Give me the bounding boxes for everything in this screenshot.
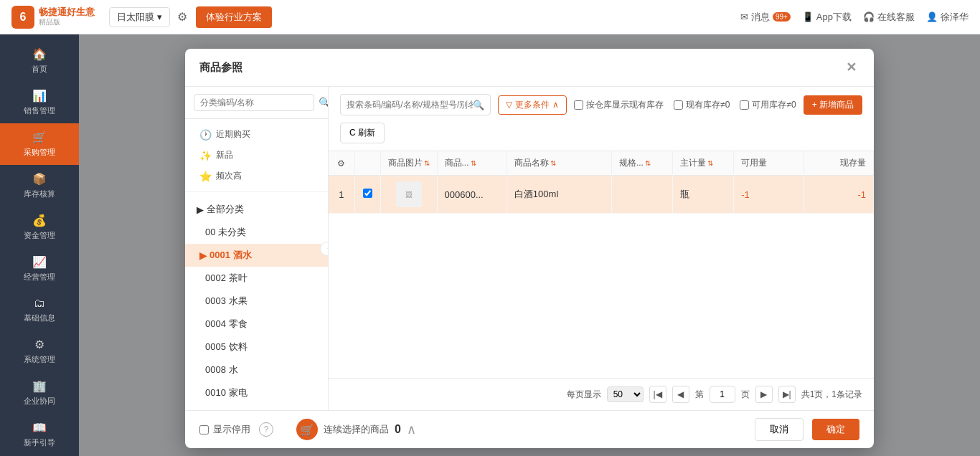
- sidebar-item-operations[interactable]: 📈 经营管理: [0, 248, 79, 290]
- category-label: 0008 水: [205, 364, 238, 376]
- cancel-button[interactable]: 取消: [755, 418, 804, 441]
- refresh-button[interactable]: C 刷新: [340, 123, 385, 143]
- gear-icon[interactable]: ⚙: [177, 10, 187, 24]
- product-table-wrapper: ⚙ 商品图片⇅ 商品...⇅: [329, 151, 874, 378]
- sidebar-item-basic[interactable]: 🗂 基础信息: [0, 290, 79, 331]
- filter-button[interactable]: ▽ 更多条件 ∧: [498, 95, 567, 115]
- cart-icon[interactable]: 🛒: [296, 419, 318, 440]
- sidebar-item-home[interactable]: 🏠 首页: [0, 40, 79, 82]
- quick-tabs: 🕐 近期购买 ✨ 新品 ⭐ 频次高: [185, 119, 328, 192]
- row-checkbox-cell[interactable]: [354, 176, 380, 214]
- row-code: 000600...: [437, 176, 507, 214]
- checkbox-by-warehouse-input[interactable]: [574, 100, 583, 110]
- category-00[interactable]: 00 未分类: [185, 221, 328, 244]
- modal-header: 商品参照 ✕: [185, 49, 874, 87]
- col-image[interactable]: 商品图片⇅: [380, 151, 437, 176]
- toolbar: 🔍 ▽ 更多条件 ∧ 按仓库显示现有库存: [329, 87, 874, 151]
- trial-btn[interactable]: 体验行业方案: [196, 6, 272, 28]
- sidebar-item-inventory[interactable]: 📦 库存核算: [0, 165, 79, 206]
- app-download-label: App下载: [816, 11, 852, 24]
- add-product-button[interactable]: + 新增商品: [804, 95, 862, 115]
- sidebar-item-label: 库存核算: [24, 189, 55, 199]
- category-0001[interactable]: ▶ 0001 酒水: [185, 244, 328, 267]
- pagination: 每页显示 50 10 20 100 |◀ ◀ 第 页: [329, 378, 874, 410]
- sidebar-item-purchase[interactable]: 🛒 采购管理: [0, 123, 79, 165]
- search-wrapper: 🔍: [340, 94, 491, 115]
- col-settings[interactable]: ⚙: [329, 151, 354, 176]
- per-page-select[interactable]: 50 10 20 100: [607, 386, 644, 402]
- username-label: 徐泽华: [941, 11, 969, 24]
- user-item[interactable]: 👤 徐泽华: [926, 11, 969, 24]
- category-0004[interactable]: 0004 零食: [185, 313, 328, 336]
- online-service-item[interactable]: 🎧 在线客服: [863, 11, 915, 24]
- cart-count: 0: [395, 423, 401, 436]
- main-layout: 🏠 首页 📊 销售管理 🛒 采购管理 📦 库存核算 💰 资金管理 📈 经营管理 …: [0, 34, 980, 456]
- modal-body: 🔍 🕐 近期购买 ✨ 新品 ⭐: [185, 87, 874, 410]
- sidebar-item-guide[interactable]: 📖 新手引导: [0, 414, 79, 455]
- sidebar-item-system[interactable]: ⚙ 系统管理: [0, 331, 79, 372]
- category-search-input[interactable]: [194, 94, 314, 111]
- next-page-button[interactable]: ▶: [755, 386, 773, 403]
- content-area: 商品参照 ✕ 🔍 🕐 近期购买: [79, 34, 980, 456]
- col-code[interactable]: 商品...⇅: [437, 151, 507, 176]
- category-label: 0004 零食: [205, 318, 248, 331]
- collapse-cart-icon[interactable]: ∧: [407, 422, 416, 437]
- modal-title: 商品参照: [199, 61, 242, 75]
- col-stock: 现存量: [804, 151, 873, 176]
- star-icon: ⭐: [199, 171, 212, 182]
- new-products-tab[interactable]: ✨ 新品: [194, 146, 319, 165]
- category-0010[interactable]: 0010 家电: [185, 381, 328, 404]
- home-icon: 🏠: [32, 47, 47, 61]
- sidebar-item-enterprise[interactable]: 🏢 企业协同: [0, 372, 79, 414]
- checkbox-stock-nonzero-input[interactable]: [674, 100, 683, 110]
- sidebar-item-label: 基础信息: [24, 313, 55, 323]
- messages-item[interactable]: ✉ 消息 99+: [740, 11, 791, 24]
- purchase-icon: 🛒: [32, 130, 47, 144]
- category-0005[interactable]: 0005 饮料: [185, 336, 328, 358]
- checkbox-stock-nonzero[interactable]: 现有库存≠0: [674, 99, 730, 111]
- product-table-body: 1 🖼: [329, 176, 874, 214]
- frequent-tab[interactable]: ⭐ 频次高: [194, 166, 319, 186]
- category-0003[interactable]: 0003 水果: [185, 290, 328, 313]
- finance-icon: 💰: [32, 214, 47, 227]
- category-0008[interactable]: 0008 水: [185, 358, 328, 381]
- sidebar-item-finance[interactable]: 💰 资金管理: [0, 206, 79, 248]
- clock-icon: 🕐: [199, 129, 212, 141]
- recent-purchase-tab[interactable]: 🕐 近期购买: [194, 125, 319, 144]
- category-label: 0005 饮料: [205, 341, 248, 353]
- checkbox-by-warehouse[interactable]: 按仓库显示现有库存: [574, 99, 664, 111]
- product-search-input[interactable]: [347, 100, 473, 110]
- category-all[interactable]: ▶ 全部分类: [185, 198, 328, 221]
- modal-close-button[interactable]: ✕: [842, 59, 859, 76]
- nav-selector[interactable]: 日太阳膜 ▾: [109, 7, 170, 27]
- confirm-button[interactable]: 确定: [812, 419, 859, 440]
- table-row[interactable]: 1 🖼: [329, 176, 874, 214]
- col-name[interactable]: 商品名称⇅: [507, 151, 611, 176]
- sidebar: 🏠 首页 📊 销售管理 🛒 采购管理 📦 库存核算 💰 资金管理 📈 经营管理 …: [0, 34, 79, 456]
- prev-page-button[interactable]: ◀: [672, 386, 689, 403]
- col-spec[interactable]: 规格...⇅: [611, 151, 672, 176]
- operations-icon: 📈: [32, 255, 47, 269]
- col-unit[interactable]: 主计量⇅: [673, 151, 734, 176]
- help-icon[interactable]: ?: [259, 422, 273, 437]
- sidebar-item-sales[interactable]: 📊 销售管理: [0, 82, 79, 123]
- show-disabled-checkbox[interactable]: 显示停用: [199, 423, 250, 436]
- product-image: 🖼: [396, 181, 422, 207]
- basic-icon: 🗂: [34, 297, 45, 310]
- show-disabled-input[interactable]: [199, 425, 209, 434]
- row-checkbox[interactable]: [363, 189, 372, 198]
- first-page-button[interactable]: |◀: [649, 386, 666, 403]
- right-panel: 🔍 ▽ 更多条件 ∧ 按仓库显示现有库存: [329, 87, 874, 410]
- checkbox-available-nonzero-input[interactable]: [740, 100, 749, 110]
- last-page-button[interactable]: ▶|: [778, 386, 796, 403]
- col-checkbox: [354, 151, 380, 176]
- category-0002[interactable]: 0002 茶叶: [185, 267, 328, 290]
- avatar: 👤: [926, 11, 938, 22]
- category-label: 0010 家电: [205, 386, 248, 399]
- app-download-item[interactable]: 📱 App下载: [802, 11, 852, 24]
- search-icon[interactable]: 🔍: [473, 100, 484, 110]
- category-search-icon[interactable]: 🔍: [319, 97, 329, 108]
- page-input[interactable]: [710, 386, 735, 403]
- col-available: 可用量: [734, 151, 804, 176]
- checkbox-available-nonzero[interactable]: 可用库存≠0: [740, 99, 796, 111]
